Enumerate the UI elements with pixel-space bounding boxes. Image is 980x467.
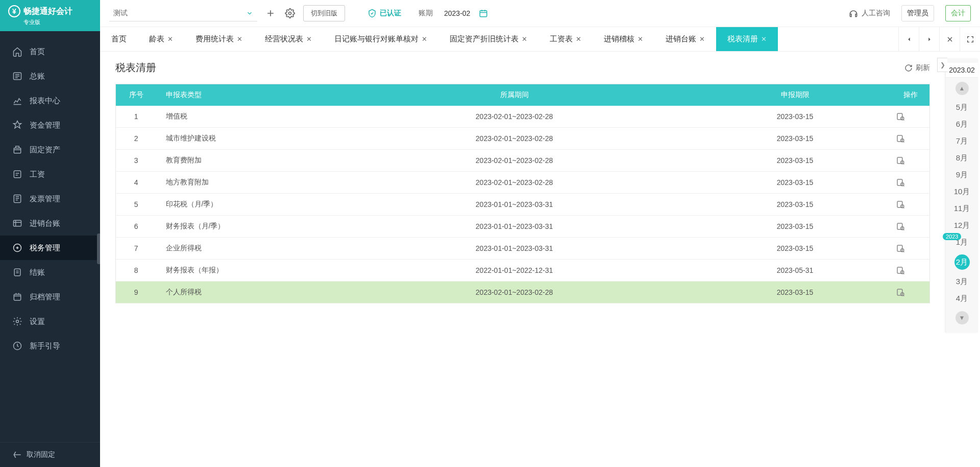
cell-type: 财务报表（月/季） (157, 216, 330, 238)
tab-5[interactable]: 固定资产折旧统计表✕ (438, 27, 538, 51)
table-row[interactable]: 1增值税2023-02-01~2023-02-282023-03-15 (116, 106, 930, 128)
switch-old-button[interactable]: 切到旧版 (303, 5, 345, 21)
tab-close[interactable]: ✕ (522, 35, 527, 43)
month-option[interactable]: 8月 (946, 150, 978, 167)
view-detail-button[interactable] (896, 200, 926, 209)
cell-index: 8 (116, 260, 157, 282)
fullscreen-button[interactable] (960, 27, 980, 51)
nav-item-6[interactable]: 发票管理 (0, 186, 100, 211)
detail-icon (896, 134, 905, 143)
nav-item-2[interactable]: 报表中心 (0, 88, 100, 113)
month-panel: 2023.02 ▲ 5月6月7月8月9月10月11月12月20231月2月3月4… (945, 59, 978, 333)
nav-item-10[interactable]: 归档管理 (0, 285, 100, 309)
tab-0[interactable]: 首页 (100, 27, 138, 51)
tab-close[interactable]: ✕ (237, 35, 242, 43)
tab-close[interactable]: ✕ (306, 35, 312, 43)
nav-item-12[interactable]: 新手引导 (0, 334, 100, 358)
view-detail-button[interactable] (896, 288, 926, 297)
month-option[interactable]: 3月 (946, 273, 978, 290)
view-detail-button[interactable] (896, 178, 926, 187)
month-option[interactable]: 20231月 (946, 234, 978, 251)
month-option[interactable]: 6月 (946, 116, 978, 133)
plus-icon (265, 8, 276, 18)
tab-9[interactable]: 税表清册✕ (716, 27, 778, 51)
tab-3[interactable]: 经营状况表✕ (254, 27, 323, 51)
refresh-button[interactable]: 刷新 (904, 63, 930, 73)
role-admin[interactable]: 管理员 (901, 5, 934, 21)
tab-close[interactable]: ✕ (761, 35, 767, 43)
view-detail-button[interactable] (896, 244, 926, 253)
nav-item-4[interactable]: 固定资产 (0, 137, 100, 162)
add-button[interactable] (264, 7, 277, 19)
month-option[interactable]: 4月 (946, 290, 978, 307)
nav-item-11[interactable]: 设置 (0, 309, 100, 334)
sidebar-unpin[interactable]: 取消固定 (0, 442, 100, 467)
tabs-next[interactable] (919, 27, 939, 51)
month-panel-down[interactable]: ▼ (955, 311, 969, 324)
consult-button[interactable]: 人工咨询 (848, 8, 890, 18)
view-detail-button[interactable] (896, 134, 926, 143)
settings-button[interactable] (284, 7, 296, 19)
table-row[interactable]: 2城市维护建设税2023-02-01~2023-02-282023-03-15 (116, 128, 930, 150)
table-row[interactable]: 3教育费附加2023-02-01~2023-02-282023-03-15 (116, 150, 930, 172)
table-row[interactable]: 5印花税（月/季）2023-01-01~2023-03-312023-03-15 (116, 194, 930, 216)
col-index: 序号 (116, 84, 157, 106)
tab-1[interactable]: 龄表✕ (138, 27, 184, 51)
month-option[interactable]: 12月 (946, 217, 978, 234)
role-accountant[interactable]: 会计 (945, 5, 971, 21)
detail-icon (896, 156, 905, 165)
month-option[interactable]: 2月 (946, 251, 978, 273)
tabs-prev[interactable] (898, 27, 919, 51)
tab-close[interactable]: ✕ (699, 35, 705, 43)
detail-icon (896, 244, 905, 253)
table-row[interactable]: 7企业所得税2023-01-01~2023-03-312023-03-15 (116, 238, 930, 260)
tab-close[interactable]: ✕ (167, 35, 173, 43)
page-title: 税表清册 (115, 61, 156, 75)
tab-8[interactable]: 进销台账✕ (654, 27, 716, 51)
nav-item-8[interactable]: 税务管理 (0, 236, 100, 260)
nav-item-label: 总账 (30, 72, 45, 81)
view-detail-button[interactable] (896, 112, 926, 121)
nav-item-1[interactable]: 总账 (0, 64, 100, 88)
tab-7[interactable]: 进销稽核✕ (593, 27, 654, 51)
month-panel-collapse[interactable]: ❯ (937, 58, 947, 72)
month-option[interactable]: 7月 (946, 133, 978, 150)
view-detail-button[interactable] (896, 222, 926, 231)
nav-item-3[interactable]: 资金管理 (0, 113, 100, 137)
tab-2[interactable]: 费用统计表✕ (184, 27, 254, 51)
svg-rect-2 (14, 171, 20, 177)
logo-icon: ¥ (8, 5, 20, 17)
nav-item-label: 归档管理 (30, 292, 60, 302)
month-option[interactable]: 11月 (946, 200, 978, 217)
nav-item-9[interactable]: 结账 (0, 260, 100, 285)
tab-label: 工资表 (550, 34, 573, 44)
month-panel-up[interactable]: ▲ (955, 82, 969, 95)
cell-type: 地方教育附加 (157, 172, 330, 194)
nav-item-5[interactable]: 工资 (0, 162, 100, 186)
month-option[interactable]: 10月 (946, 183, 978, 200)
view-detail-button[interactable] (896, 156, 926, 165)
nav-item-label: 固定资产 (30, 145, 60, 155)
table-row[interactable]: 4地方教育附加2023-02-01~2023-02-282023-03-15 (116, 172, 930, 194)
month-option[interactable]: 5月 (946, 99, 978, 116)
table-header-row: 序号 申报表类型 所属期间 申报期限 操作 (116, 84, 930, 106)
month-option[interactable]: 9月 (946, 167, 978, 183)
view-detail-button[interactable] (896, 266, 926, 275)
tab-4[interactable]: 日记账与银行对账单核对✕ (323, 27, 438, 51)
svg-rect-1 (14, 148, 20, 153)
tab-6[interactable]: 工资表✕ (538, 27, 593, 51)
tab-close[interactable]: ✕ (576, 35, 581, 43)
nav-item-0[interactable]: 首页 (0, 39, 100, 64)
month-label: 5月 (956, 103, 968, 111)
tab-close[interactable]: ✕ (638, 35, 643, 43)
tab-close[interactable]: ✕ (422, 35, 427, 43)
company-name: 测试 (113, 9, 128, 18)
table-row[interactable]: 9个人所得税2023-02-01~2023-02-282023-03-15 (116, 282, 930, 303)
cell-action (892, 216, 930, 238)
tabs-close-all[interactable] (939, 27, 960, 51)
table-row[interactable]: 6财务报表（月/季）2023-01-01~2023-03-312023-03-1… (116, 216, 930, 238)
company-selector[interactable]: 测试 (109, 6, 257, 21)
table-row[interactable]: 8财务报表（年报）2022-01-01~2022-12-312023-05-31 (116, 260, 930, 282)
nav-item-7[interactable]: 进销台账 (0, 211, 100, 236)
period-calendar-button[interactable] (477, 7, 489, 19)
